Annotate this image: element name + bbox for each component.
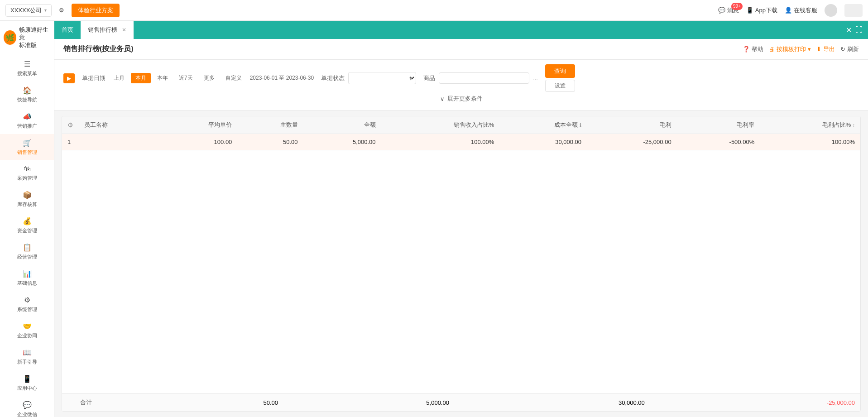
service-icon: 👤 <box>785 7 792 14</box>
goods-input[interactable] <box>439 72 529 84</box>
cost-info-icon[interactable]: ℹ <box>580 122 581 128</box>
app-download-btn[interactable]: 📱 App下载 <box>746 6 777 14</box>
template-print-btn[interactable]: 🖨 按模板打印 ▾ <box>769 45 811 53</box>
online-service-btn[interactable]: 👤 在线客服 <box>785 6 817 14</box>
print-dropdown-icon: ▾ <box>808 46 811 53</box>
footer-label: 合计 <box>80 398 168 407</box>
date-tab-7days[interactable]: 近7天 <box>174 73 197 83</box>
home-tab-label: 首页 <box>62 26 73 34</box>
sidebar-item-label: 新手引导 <box>17 359 37 365</box>
sidebar-item-label: 应用中心 <box>17 385 37 392</box>
sidebar-item-wechat[interactable]: 💬 企业微信 <box>0 396 54 417</box>
page-actions: ❓ 帮助 🖨 按模板打印 ▾ ⬇ 导出 ↻ 刷新 <box>743 45 859 53</box>
sidebar-item-label: 资金管理 <box>17 227 37 234</box>
guide-icon: 📖 <box>23 348 32 357</box>
th-employee: 员工名称 <box>79 116 158 134</box>
tab-close-icon[interactable]: ✕ <box>122 27 126 33</box>
sidebar: 🌿 畅康通好生意 标准版 ☰ 搜索菜单 🏠 快捷导航 📣 营销推广 🛒 销售管理 <box>0 21 54 417</box>
status-label: 单据状态 <box>321 74 345 82</box>
sidebar-logo: 🌿 畅康通好生意 标准版 <box>0 21 54 55</box>
sidebar-item-quick-nav[interactable]: 🏠 快捷导航 <box>0 81 54 108</box>
cell-employee <box>79 134 158 150</box>
chevron-down-icon: ▾ <box>44 8 47 13</box>
date-label: 单据日期 <box>82 74 106 82</box>
date-filter-group: 单据日期 上月 本月 本年 近7天 更多 自定义 2023-06-01 至 20… <box>82 73 314 83</box>
tab-sales-rank[interactable]: 销售排行榜 ✕ <box>81 21 134 39</box>
export-btn[interactable]: ⬇ 导出 <box>816 45 835 53</box>
system-icon: ⚙ <box>24 296 30 304</box>
settings-icon-btn[interactable]: ⚙ <box>55 4 68 17</box>
sidebar-item-label: 采购管理 <box>17 175 37 182</box>
th-qty: 主数量 <box>237 116 303 134</box>
arrow-right-icon[interactable]: ▶ <box>63 73 75 83</box>
sidebar-item-basic-info[interactable]: 📊 基础信息 <box>0 265 54 291</box>
mobile-icon: 📱 <box>746 7 753 14</box>
expand-more-btn[interactable]: ∨ 展开更多条件 <box>63 92 859 105</box>
inventory-icon: 📦 <box>23 191 32 199</box>
th-avg-price: 平均单价 <box>158 116 237 134</box>
refresh-btn[interactable]: ↻ 刷新 <box>840 45 859 53</box>
app-download-label: App下载 <box>755 6 777 14</box>
status-select[interactable] <box>348 72 416 84</box>
avatar[interactable] <box>825 4 837 17</box>
sidebar-item-inventory[interactable]: 📦 库存核算 <box>0 186 54 212</box>
cell-avg-price: 100.00 <box>158 134 237 150</box>
date-range: 2023-06-01 至 2023-06-30 <box>250 74 314 82</box>
top-bar-left: XXXXX公司 ▾ ⚙ 体验行业方案 <box>5 4 718 17</box>
table-container: ⚙ 员工名称 平均单价 主数量 <box>62 116 861 412</box>
sidebar-item-label: 快捷导航 <box>17 96 37 103</box>
sidebar-item-app-center[interactable]: 📱 应用中心 <box>0 370 54 396</box>
operations-icon: 📋 <box>23 243 32 252</box>
logo-text: 畅康通好生意 标准版 <box>19 26 50 49</box>
sidebar-item-operations[interactable]: 📋 经营管理 <box>0 239 54 265</box>
message-icon: 💬 <box>718 7 725 14</box>
help-btn[interactable]: ❓ 帮助 <box>743 45 763 53</box>
sidebar-item-sales[interactable]: 🛒 销售管理 <box>0 134 54 160</box>
sidebar-item-collab[interactable]: 🤝 企业协同 <box>0 317 54 344</box>
sidebar-item-label: 销售管理 <box>17 149 37 156</box>
message-button[interactable]: 💬 消息 99+ <box>718 6 739 14</box>
finance-icon: 💰 <box>23 217 32 225</box>
tab-maximize-icon[interactable]: ⛶ <box>855 26 863 34</box>
table-scroll: ⚙ 员工名称 平均单价 主数量 <box>62 116 860 393</box>
th-sales-ratio: 销售收入占比% <box>381 116 500 134</box>
date-tab-custom[interactable]: 自定义 <box>221 73 246 83</box>
footer-cost: 30,000.00 <box>449 398 645 407</box>
cell-rank: 1 <box>62 134 79 150</box>
company-selector[interactable]: XXXXX公司 ▾ <box>5 4 52 17</box>
query-button[interactable]: 查询 <box>545 64 575 78</box>
th-amount: 全额 <box>303 116 381 134</box>
logo-icon: 🌿 <box>4 30 16 45</box>
sort-icon[interactable]: ↕ <box>853 123 855 128</box>
goods-filter-group: 商品 ... <box>423 72 538 84</box>
date-tab-this-year[interactable]: 本年 <box>153 73 173 83</box>
footer-gross: -25,000.00 <box>645 398 855 407</box>
footer-amount: 5,000.00 <box>278 398 449 407</box>
sidebar-item-guide[interactable]: 📖 新手引导 <box>0 344 54 370</box>
date-tab-more[interactable]: 更多 <box>199 73 219 83</box>
sidebar-item-search-order[interactable]: ☰ 搜索菜单 <box>0 55 54 81</box>
column-settings-icon[interactable]: ⚙ <box>67 121 73 129</box>
sales-rank-tab-label: 销售排行榜 <box>88 26 117 34</box>
settings-button[interactable]: 设置 <box>545 80 575 92</box>
sidebar-item-marketing[interactable]: 📣 营销推广 <box>0 108 54 134</box>
page-title: 销售排行榜(按业务员) <box>63 44 134 54</box>
filter-expand-arrow[interactable]: ▶ <box>63 73 75 83</box>
sidebar-item-system[interactable]: ⚙ 系统管理 <box>0 291 54 317</box>
date-tab-this-month[interactable]: 本月 <box>131 73 151 83</box>
more-filters-dots[interactable]: ... <box>533 75 538 81</box>
date-tab-last-month[interactable]: 上月 <box>109 73 129 83</box>
sidebar-item-label: 企业微信 <box>17 411 37 417</box>
th-cost: 成本全额 ℹ <box>499 116 587 134</box>
sidebar-item-finance[interactable]: 💰 资金管理 <box>0 212 54 239</box>
tab-close-window-icon[interactable]: ✕ <box>846 26 852 34</box>
trial-button[interactable]: 体验行业方案 <box>72 4 120 17</box>
th-gross-ratio: 毛利占比% ↕ <box>760 116 860 134</box>
user-name <box>844 4 863 17</box>
tab-home[interactable]: 首页 <box>54 21 81 39</box>
page-content: 销售排行榜(按业务员) ❓ 帮助 🖨 按模板打印 ▾ ⬇ 导出 <box>54 39 868 417</box>
page-header: 销售排行榜(按业务员) ❓ 帮助 🖨 按模板打印 ▾ ⬇ 导出 <box>54 39 868 60</box>
th-settings: ⚙ <box>62 116 79 134</box>
top-bar-right: 💬 消息 99+ 📱 App下载 👤 在线客服 <box>718 4 863 17</box>
sidebar-item-purchase[interactable]: 🛍 采购管理 <box>0 160 54 186</box>
